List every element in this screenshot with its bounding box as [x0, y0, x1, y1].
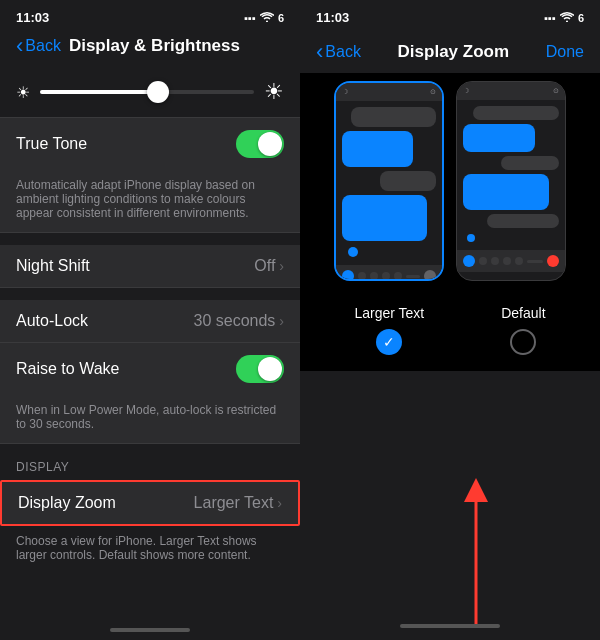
dot9: [503, 257, 511, 265]
preview2-bubbles: [457, 100, 565, 250]
wifi-icon-right: [560, 12, 574, 24]
raise-to-wake-knob: [258, 357, 282, 381]
time-right: 11:03: [316, 10, 349, 25]
nav-bar-right: ‹ Back Display Zoom Done: [300, 29, 600, 73]
slider-fill: [40, 90, 158, 94]
camera-icon3: ☽: [463, 87, 469, 95]
done-button[interactable]: Done: [546, 43, 584, 61]
dot6: [463, 255, 475, 267]
back-button-right[interactable]: ‹ Back: [316, 39, 361, 65]
preview1-bottom-bar: [336, 265, 442, 281]
send-dot: [424, 270, 436, 281]
default-preview[interactable]: ☽ ⊙: [456, 81, 566, 281]
default-label: Default: [501, 305, 545, 321]
bubble2: [342, 131, 413, 167]
larger-text-label: Larger Text: [354, 305, 424, 321]
dot8: [491, 257, 499, 265]
bubble5: [473, 106, 559, 120]
default-radio[interactable]: [510, 329, 536, 355]
input-bar2: [527, 260, 543, 263]
back-label-left: Back: [25, 37, 61, 55]
status-bar-right: 11:03 ▪▪▪ 6: [300, 0, 600, 29]
input-bar: [406, 275, 420, 278]
status-icons-right: ▪▪▪ 6: [544, 12, 584, 24]
zoom-options: Larger Text ✓ Default: [300, 297, 600, 371]
preview2-top-bar: ☽ ⊙: [457, 82, 565, 100]
typing-dot2: [467, 234, 475, 242]
true-tone-row[interactable]: True Tone: [0, 118, 300, 170]
battery-icon-right: 6: [578, 12, 584, 24]
preview1-top-bar: ☽ ⊙: [336, 83, 442, 101]
bubble9: [487, 214, 559, 228]
bubble6: [463, 124, 535, 152]
check-icon: ✓: [383, 334, 395, 350]
slider-thumb[interactable]: [147, 81, 169, 103]
dot1: [342, 270, 354, 281]
send-dot2: [547, 255, 559, 267]
larger-text-preview[interactable]: ☽ ⊙: [334, 81, 444, 281]
larger-text-option[interactable]: Larger Text ✓: [354, 305, 424, 355]
display-section-header: DISPLAY: [0, 444, 300, 480]
wifi-icon: [260, 12, 274, 24]
true-tone-label: True Tone: [16, 135, 87, 153]
camera-icon: ☽: [342, 88, 348, 96]
typing-dot: [348, 247, 358, 257]
arrow-section: [300, 371, 600, 640]
zoom-previews: ☽ ⊙ ☽ ⊙: [300, 73, 600, 297]
bubble8: [463, 174, 549, 210]
camera-icon4: ⊙: [553, 87, 559, 95]
auto-lock-value: 30 seconds: [193, 312, 275, 330]
time-left: 11:03: [16, 10, 49, 25]
auto-lock-value-group: 30 seconds ›: [193, 312, 284, 330]
display-zoom-row[interactable]: Display Zoom Larger Text ›: [2, 482, 298, 524]
right-panel: 11:03 ▪▪▪ 6 ‹ Back Display Zoom Done ☽ ⊙: [300, 0, 600, 640]
camera-icon2: ⊙: [430, 88, 436, 96]
status-bar-left: 11:03 ▪▪▪ 6: [0, 0, 300, 29]
toggle-knob: [258, 132, 282, 156]
signal-icon-right: ▪▪▪: [544, 12, 556, 24]
true-tone-description: Automatically adapt iPhone display based…: [0, 170, 300, 232]
back-label-right: Back: [325, 43, 361, 61]
bubble4: [342, 195, 427, 241]
page-title-left: Display & Brightness: [69, 36, 240, 56]
display-zoom-value: Larger Text: [194, 494, 274, 512]
back-button-left[interactable]: ‹ Back: [16, 33, 61, 59]
left-panel: 11:03 ▪▪▪ 6 ‹ Back Display & Brightness …: [0, 0, 300, 640]
dot3: [370, 272, 378, 280]
night-shift-chevron: ›: [279, 258, 284, 274]
back-chevron-icon: ‹: [16, 33, 23, 59]
display-zoom-chevron: ›: [277, 495, 282, 511]
home-indicator-left: [110, 628, 190, 632]
dot10: [515, 257, 523, 265]
true-tone-toggle[interactable]: [236, 130, 284, 158]
auto-lock-row[interactable]: Auto-Lock 30 seconds ›: [0, 300, 300, 342]
raise-to-wake-toggle[interactable]: [236, 355, 284, 383]
raise-to-wake-row[interactable]: Raise to Wake: [0, 342, 300, 395]
larger-text-checkmark[interactable]: ✓: [376, 329, 402, 355]
night-shift-value-group: Off ›: [254, 257, 284, 275]
bubble3: [380, 171, 436, 191]
preview1-bubbles: [336, 101, 442, 265]
night-shift-row[interactable]: Night Shift Off ›: [0, 245, 300, 288]
nav-bar-left: ‹ Back Display & Brightness: [0, 29, 300, 67]
auto-lock-label: Auto-Lock: [16, 312, 88, 330]
brightness-row[interactable]: ☀ ☀: [0, 67, 300, 118]
display-zoom-description: Choose a view for iPhone. Larger Text sh…: [0, 526, 300, 574]
back-chevron-right-icon: ‹: [316, 39, 323, 65]
sun-large-icon: ☀: [264, 79, 284, 105]
dot5: [394, 272, 402, 280]
red-arrow-svg: [426, 470, 506, 630]
dot7: [479, 257, 487, 265]
display-zoom-label: Display Zoom: [18, 494, 116, 512]
page-title-right: Display Zoom: [398, 42, 509, 62]
raise-to-wake-label: Raise to Wake: [16, 360, 119, 378]
night-shift-value: Off: [254, 257, 275, 275]
display-zoom-value-group: Larger Text ›: [194, 494, 282, 512]
battery-icon: 6: [278, 12, 284, 24]
auto-lock-chevron: ›: [279, 313, 284, 329]
bubble7: [501, 156, 559, 170]
home-indicator-right: [400, 624, 500, 628]
brightness-slider[interactable]: [40, 82, 254, 102]
bubble1: [351, 107, 436, 127]
default-option[interactable]: Default: [501, 305, 545, 355]
